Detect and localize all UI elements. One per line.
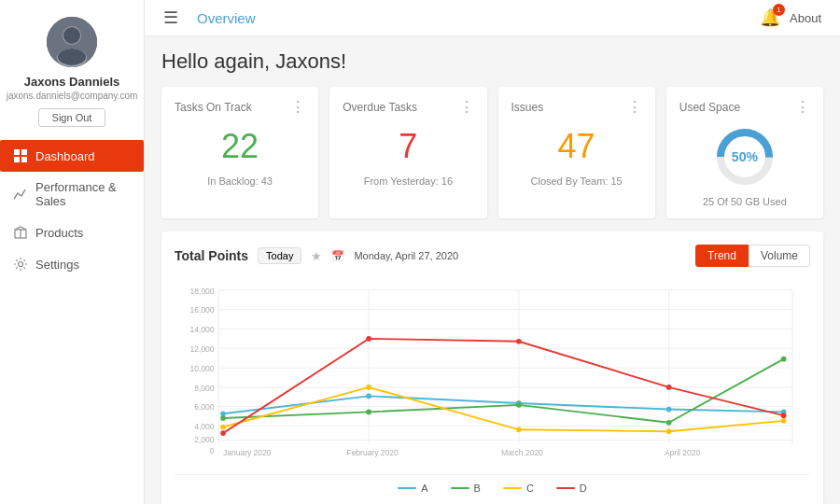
- sidebar-item-label: Settings: [35, 258, 79, 272]
- legend-item-d: D: [556, 483, 587, 494]
- svg-text:2,000: 2,000: [194, 436, 215, 445]
- svg-point-54: [516, 427, 522, 432]
- svg-point-47: [220, 415, 226, 421]
- hamburger-icon[interactable]: ☰: [163, 7, 178, 28]
- card-title: Tasks On Track: [175, 101, 252, 114]
- svg-text:10,000: 10,000: [190, 364, 215, 373]
- svg-text:18,000: 18,000: [190, 287, 215, 296]
- legend-color-b: [451, 487, 469, 489]
- avatar: [47, 17, 97, 67]
- user-email: jaxons.danniels@company.com: [0, 91, 145, 101]
- svg-point-3: [63, 27, 80, 44]
- svg-rect-8: [21, 157, 27, 162]
- user-name: Jaxons Danniels: [24, 75, 120, 89]
- card-title: Overdue Tasks: [343, 101, 417, 114]
- card-menu-icon[interactable]: ⋮: [795, 98, 810, 116]
- stat-sub: In Backlog: 43: [175, 175, 305, 187]
- header-right: 🔔 1 About: [760, 7, 821, 28]
- chart-btn-group: Trend Volume: [695, 245, 810, 267]
- about-link[interactable]: About: [790, 11, 821, 25]
- sidebar-item-dashboard[interactable]: Dashboard: [0, 140, 144, 172]
- stat-value: 7: [343, 121, 473, 172]
- stat-card-overdue-tasks: Overdue Tasks ⋮ 7 From Yesterday: 16: [329, 87, 486, 218]
- svg-point-48: [366, 410, 371, 415]
- sidebar-item-settings[interactable]: Settings: [0, 248, 144, 280]
- content-area: Hello again, Jaxons! Tasks On Track ⋮ 22…: [145, 36, 840, 504]
- svg-point-53: [366, 385, 371, 390]
- svg-point-43: [366, 394, 371, 399]
- gear-icon: [13, 257, 28, 272]
- svg-text:12,000: 12,000: [190, 344, 215, 354]
- svg-point-45: [666, 407, 672, 413]
- stat-sub: 25 Of 50 GB Used: [679, 196, 810, 207]
- svg-point-49: [516, 402, 522, 408]
- stat-sub: From Yesterday: 16: [343, 175, 473, 187]
- svg-point-50: [666, 420, 672, 426]
- chart-title: Total Points: [175, 248, 248, 263]
- stat-card-used-space: Used Space ⋮ 50% 25 Of 50 GB Used: [666, 87, 823, 218]
- volume-button[interactable]: Volume: [749, 245, 810, 267]
- overview-link[interactable]: Overview: [197, 10, 256, 26]
- svg-point-57: [220, 430, 226, 436]
- svg-point-61: [781, 413, 787, 418]
- svg-point-4: [58, 49, 86, 65]
- svg-point-11: [19, 262, 23, 267]
- notification-button[interactable]: 🔔 1: [760, 7, 780, 28]
- svg-text:4,000: 4,000: [194, 422, 215, 431]
- greeting: Hello again, Jaxons!: [161, 49, 823, 74]
- svg-text:January 2020: January 2020: [223, 448, 272, 457]
- main-content: ☰ Overview 🔔 1 About Hello again, Jaxons…: [145, 0, 840, 504]
- legend-item-b: B: [451, 483, 481, 494]
- top-header: ☰ Overview 🔔 1 About: [145, 0, 840, 36]
- grid-icon: [13, 148, 28, 163]
- today-button[interactable]: Today: [258, 247, 301, 264]
- chart-section: Total Points Today ★ 📅 Monday, April 27,…: [161, 231, 823, 504]
- sidebar-item-performance[interactable]: Performance & Sales: [0, 172, 144, 217]
- nav-menu: Dashboard Performance & Sales Products S…: [0, 140, 144, 280]
- svg-text:0: 0: [210, 446, 215, 455]
- stat-sub: Closed By Team: 15: [511, 175, 642, 187]
- svg-point-56: [781, 418, 787, 424]
- sidebar: Jaxons Danniels jaxons.danniels@company.…: [0, 0, 145, 504]
- legend-color-c: [503, 487, 522, 489]
- star-icon[interactable]: ★: [311, 249, 322, 263]
- svg-point-51: [781, 357, 787, 362]
- card-menu-icon[interactable]: ⋮: [459, 98, 474, 116]
- legend-item-c: C: [503, 483, 534, 494]
- legend-label-a: A: [421, 483, 427, 494]
- donut-label: 50%: [732, 149, 758, 164]
- sidebar-item-label: Products: [35, 226, 83, 240]
- card-title: Issues: [511, 101, 544, 114]
- stat-value: 22: [175, 121, 305, 172]
- card-menu-icon[interactable]: ⋮: [627, 98, 642, 116]
- legend-item-a: A: [398, 483, 427, 494]
- legend-color-a: [398, 487, 416, 489]
- svg-text:March 2020: March 2020: [501, 448, 543, 457]
- svg-text:8,000: 8,000: [194, 384, 215, 393]
- sidebar-item-label: Dashboard: [35, 149, 95, 163]
- svg-point-52: [220, 425, 226, 430]
- sidebar-item-products[interactable]: Products: [0, 217, 144, 248]
- svg-point-60: [666, 385, 672, 390]
- svg-rect-6: [21, 149, 27, 155]
- calendar-icon: 📅: [331, 250, 344, 262]
- legend-label-c: C: [526, 483, 534, 494]
- svg-point-55: [666, 428, 672, 434]
- notif-badge: 1: [773, 4, 785, 16]
- trend-button[interactable]: Trend: [695, 245, 749, 267]
- sign-out-button[interactable]: Sign Out: [38, 108, 106, 127]
- stat-card-issues: Issues ⋮ 47 Closed By Team: 15: [498, 87, 655, 218]
- stat-card-tasks-on-track: Tasks On Track ⋮ 22 In Backlog: 43: [161, 87, 318, 218]
- legend-color-d: [556, 487, 575, 489]
- sidebar-item-label: Performance & Sales: [35, 180, 131, 208]
- card-menu-icon[interactable]: ⋮: [290, 98, 305, 116]
- legend-label-d: D: [580, 483, 587, 494]
- svg-text:6,000: 6,000: [194, 403, 215, 413]
- svg-text:16,000: 16,000: [190, 305, 215, 315]
- box-icon: [13, 225, 28, 240]
- svg-point-58: [366, 336, 371, 342]
- svg-rect-7: [14, 157, 20, 162]
- stat-cards: Tasks On Track ⋮ 22 In Backlog: 43 Overd…: [161, 87, 823, 218]
- line-chart: 18,000 16,000 14,000 12,000 10,000 8,000…: [175, 276, 810, 463]
- svg-rect-5: [14, 149, 20, 155]
